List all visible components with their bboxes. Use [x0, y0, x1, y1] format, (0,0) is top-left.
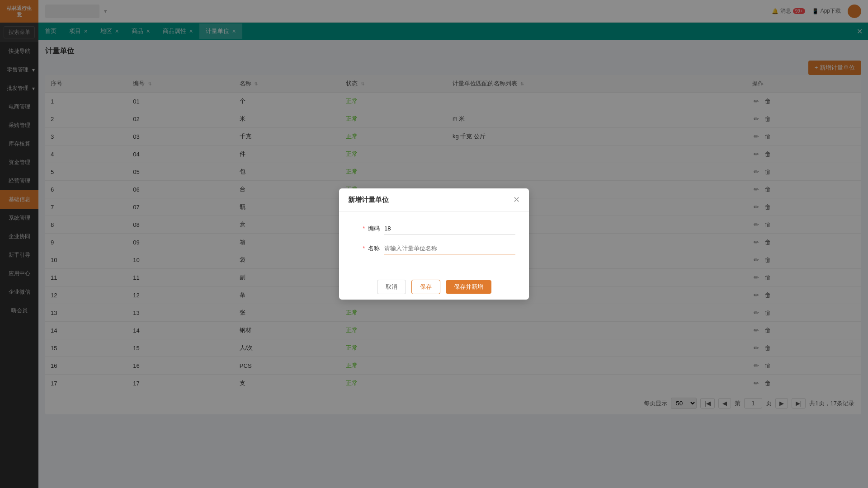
modal-title: 新增计量单位 [348, 196, 389, 204]
modal-close-button[interactable]: ✕ [513, 195, 520, 205]
cancel-button[interactable]: 取消 [377, 280, 406, 294]
modal-footer: 取消 保存 保存并新增 [339, 274, 529, 300]
modal-header: 新增计量单位 ✕ [339, 188, 529, 211]
modal-body: * 编码 * 名称 [339, 211, 529, 274]
add-unit-modal: 新增计量单位 ✕ * 编码 * 名称 取消 保存 保存并新增 [339, 188, 529, 300]
name-label: * 名称 [353, 244, 380, 253]
name-row: * 名称 [353, 243, 515, 254]
save-button[interactable]: 保存 [411, 280, 440, 294]
name-input[interactable] [384, 243, 515, 254]
code-row: * 编码 [353, 223, 515, 235]
code-label: * 编码 [353, 225, 380, 233]
code-input[interactable] [384, 223, 515, 235]
modal-overlay: 新增计量单位 ✕ * 编码 * 名称 取消 保存 保存并新增 [0, 0, 868, 488]
save-and-new-button[interactable]: 保存并新增 [446, 280, 491, 294]
